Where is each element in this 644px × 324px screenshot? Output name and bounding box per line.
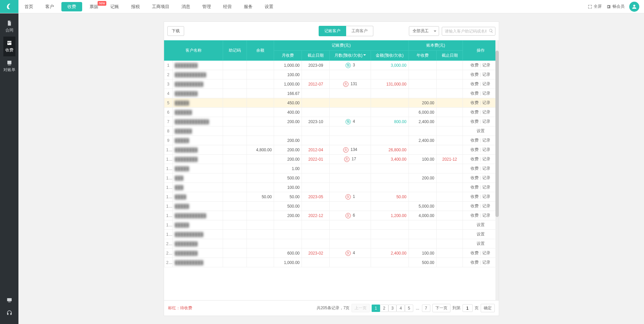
nav-item-记账[interactable]: 记账: [104, 0, 125, 13]
op-log[interactable]: 记录: [482, 166, 490, 171]
op-log[interactable]: 记录: [482, 157, 490, 161]
page-prev[interactable]: 上一页: [352, 304, 370, 312]
customer-name[interactable]: ██████████: [175, 260, 203, 265]
customer-name[interactable]: █████: [175, 223, 189, 227]
customer-name[interactable]: ███████████: [175, 213, 206, 218]
page-5[interactable]: 5: [405, 305, 413, 312]
brand-logo[interactable]: [0, 0, 18, 13]
op-charge[interactable]: 收费: [471, 110, 479, 114]
op-charge[interactable]: 收费: [471, 72, 479, 77]
nav-item-设置[interactable]: 设置: [259, 0, 279, 13]
th-mnemonic[interactable]: 助记码: [223, 41, 247, 61]
th-balance[interactable]: 余额: [247, 41, 274, 61]
op-charge[interactable]: 收费: [471, 63, 479, 67]
th-yearfee[interactable]: 年收费: [409, 51, 436, 61]
customer-name[interactable]: █████: [175, 204, 189, 209]
page-7[interactable]: 7: [422, 305, 430, 312]
nav-item-票据[interactable]: 票据new: [84, 0, 104, 13]
op-log[interactable]: 记录: [482, 194, 490, 199]
th-name[interactable]: 客户名称: [164, 41, 223, 61]
op-log[interactable]: 记录: [482, 175, 490, 180]
customer-name[interactable]: ███: [175, 176, 183, 180]
customer-name[interactable]: █████: [175, 166, 189, 171]
customer-name[interactable]: ████████: [175, 63, 198, 68]
op-set[interactable]: 设置: [477, 241, 485, 246]
customer-name[interactable]: ████████: [175, 148, 198, 152]
page-3[interactable]: 3: [388, 305, 397, 312]
sidebar-item-对账单[interactable]: 对账单: [3, 56, 15, 76]
op-charge[interactable]: 收费: [471, 194, 479, 199]
op-charge[interactable]: 收费: [471, 138, 479, 143]
op-log[interactable]: 记录: [482, 82, 490, 86]
goto-page-input[interactable]: [463, 304, 473, 312]
nav-item-服务[interactable]: 服务: [238, 0, 259, 13]
op-charge[interactable]: 收费: [471, 185, 479, 190]
customer-name[interactable]: ████████: [175, 91, 198, 96]
page-2[interactable]: 2: [380, 305, 388, 312]
sidebar-item-收费[interactable]: 收费: [3, 37, 15, 56]
customer-name[interactable]: ████: [175, 195, 186, 199]
sidebar-download[interactable]: [0, 294, 18, 307]
search-input[interactable]: [442, 27, 495, 36]
th-deadline[interactable]: 截止日期: [302, 51, 330, 61]
op-log[interactable]: 记录: [482, 100, 490, 105]
op-charge[interactable]: 收费: [471, 119, 479, 124]
op-log[interactable]: 记录: [482, 72, 490, 77]
member-button[interactable]: 畅会员: [606, 4, 625, 9]
tab-accounting-customer[interactable]: 记账客户: [319, 26, 346, 36]
nav-item-客户[interactable]: 客户: [39, 0, 60, 13]
nav-item-经营[interactable]: 经营: [217, 0, 238, 13]
th-deadline2[interactable]: 截止日期: [436, 51, 463, 61]
customer-name[interactable]: ██████: [175, 129, 192, 133]
customer-name[interactable]: ████████: [175, 157, 198, 162]
nav-item-收费[interactable]: 收费: [61, 2, 82, 11]
page-4[interactable]: 4: [396, 305, 405, 312]
customer-name[interactable]: ███████████: [175, 72, 206, 77]
th-months[interactable]: 月数(预收/欠收): [330, 51, 371, 61]
op-set[interactable]: 设置: [477, 222, 485, 227]
op-charge[interactable]: 收费: [471, 91, 479, 96]
page-next[interactable]: 下一页: [432, 304, 450, 312]
sidebar-help[interactable]: [0, 307, 18, 320]
op-charge[interactable]: 收费: [471, 251, 479, 255]
nav-item-消息[interactable]: 消息: [175, 0, 196, 13]
op-log[interactable]: 记录: [482, 251, 490, 255]
avatar[interactable]: [629, 2, 639, 12]
op-log[interactable]: 记录: [482, 110, 490, 114]
op-charge[interactable]: 收费: [471, 157, 479, 161]
op-log[interactable]: 记录: [482, 147, 490, 152]
op-charge[interactable]: 收费: [471, 204, 479, 208]
op-charge[interactable]: 收费: [471, 260, 479, 265]
sidebar-item-合同[interactable]: 合同: [3, 17, 15, 37]
customer-name[interactable]: ████████████: [175, 119, 209, 124]
op-log[interactable]: 记录: [482, 185, 490, 190]
op-log[interactable]: 记录: [482, 260, 490, 265]
op-set[interactable]: 设置: [477, 128, 485, 133]
search-icon[interactable]: [489, 29, 493, 33]
customer-name[interactable]: ██████████: [175, 82, 203, 87]
op-charge[interactable]: 收费: [471, 213, 479, 218]
download-button[interactable]: 下载: [167, 26, 184, 36]
customer-name[interactable]: ████████: [175, 241, 198, 246]
customer-name[interactable]: ███: [175, 185, 183, 190]
op-log[interactable]: 记录: [482, 91, 490, 96]
op-set[interactable]: 设置: [477, 232, 485, 236]
op-log[interactable]: 记录: [482, 138, 490, 143]
op-charge[interactable]: 收费: [471, 166, 479, 171]
op-log[interactable]: 记录: [482, 204, 490, 208]
nav-item-工商项目[interactable]: 工商项目: [146, 0, 175, 13]
th-amount[interactable]: 金额(预收/欠收): [371, 51, 409, 61]
customer-name[interactable]: █████: [175, 101, 189, 105]
customer-name[interactable]: ████████: [175, 251, 198, 256]
customer-name[interactable]: █████: [175, 138, 189, 143]
page-1[interactable]: 1: [372, 305, 380, 312]
op-charge[interactable]: 收费: [471, 100, 479, 105]
goto-confirm[interactable]: 确定: [481, 304, 495, 312]
customer-name[interactable]: ██████████: [175, 232, 203, 237]
op-log[interactable]: 记录: [482, 119, 490, 124]
op-log[interactable]: 记录: [482, 63, 490, 67]
op-charge[interactable]: 收费: [471, 175, 479, 180]
th-monthfee[interactable]: 月收费: [274, 51, 302, 61]
nav-item-管理[interactable]: 管理: [196, 0, 217, 13]
nav-item-首页[interactable]: 首页: [18, 0, 39, 13]
